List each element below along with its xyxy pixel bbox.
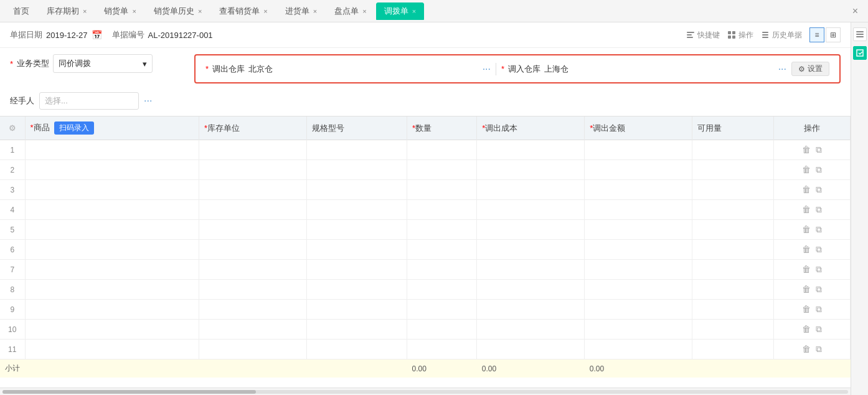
row-product-10[interactable] [25,320,199,340]
row-unit-5[interactable] [199,220,307,240]
history-btn[interactable]: 历史单据 [761,30,802,40]
copy-icon-row-10[interactable]: ⧉ [816,324,822,334]
row-product-11[interactable] [25,340,199,359]
row-qty-11[interactable] [407,340,477,359]
row-unit-8[interactable] [199,280,307,300]
row-cost-3[interactable] [477,180,585,200]
row-amount-9[interactable] [585,300,692,320]
row-spec-9[interactable] [306,300,407,320]
delete-icon-row-1[interactable]: 🗑 [802,145,811,155]
tab-inventory-check[interactable]: 盘点单 × [326,2,374,20]
row-unit-10[interactable] [199,320,307,340]
row-qty-6[interactable] [407,240,477,260]
tab-view-sales[interactable]: 查看销货单 × [211,2,275,20]
close-all-tabs[interactable]: × [847,6,863,17]
row-cost-6[interactable] [477,240,585,260]
close-tab-purchase[interactable]: × [313,7,317,15]
row-amount-6[interactable] [585,240,692,260]
copy-icon-row-5[interactable]: ⧉ [816,224,822,234]
row-amount-7[interactable] [585,260,692,280]
row-spec-10[interactable] [306,320,407,340]
delete-icon-row-7[interactable]: 🗑 [802,264,811,274]
warehouse-out-more[interactable]: ··· [483,64,491,75]
row-qty-4[interactable] [407,200,477,220]
row-spec-4[interactable] [306,200,407,220]
copy-icon-row-1[interactable]: ⧉ [816,145,822,155]
close-tab-transfer[interactable]: × [412,7,416,15]
tab-sales-order[interactable]: 销货单 × [96,2,144,20]
sidebar-export-icon[interactable] [853,46,867,60]
row-cost-5[interactable] [477,220,585,240]
row-qty-10[interactable] [407,320,477,340]
row-cost-9[interactable] [477,300,585,320]
row-amount-8[interactable] [585,280,692,300]
row-unit-2[interactable] [199,160,307,180]
row-product-5[interactable] [25,220,199,240]
row-amount-10[interactable] [585,320,692,340]
delete-icon-row-3[interactable]: 🗑 [802,184,811,194]
row-cost-7[interactable] [477,260,585,280]
tab-inventory-init[interactable]: 库存期初 × [39,2,95,20]
list-view-btn[interactable]: ≡ [809,27,824,42]
row-unit-1[interactable] [199,140,307,160]
row-cost-4[interactable] [477,200,585,220]
copy-icon-row-8[interactable]: ⧉ [816,284,822,294]
row-qty-8[interactable] [407,280,477,300]
delete-icon-row-9[interactable]: 🗑 [802,304,811,314]
row-qty-3[interactable] [407,180,477,200]
row-spec-6[interactable] [306,240,407,260]
row-amount-11[interactable] [585,340,692,359]
operation-btn[interactable]: 操作 [727,30,753,40]
row-unit-7[interactable] [199,260,307,280]
tab-transfer[interactable]: 调拨单 × [376,2,424,20]
delete-icon-row-8[interactable]: 🗑 [802,284,811,294]
copy-icon-row-4[interactable]: ⧉ [816,204,822,214]
grid-view-btn[interactable]: ⊞ [826,27,841,42]
row-unit-11[interactable] [199,340,307,359]
handler-selector[interactable]: 选择... [39,92,139,110]
row-unit-9[interactable] [199,300,307,320]
row-amount-2[interactable] [585,160,692,180]
tab-purchase[interactable]: 进货单 × [277,2,325,20]
close-tab-view-sales[interactable]: × [263,7,267,15]
delete-icon-row-2[interactable]: 🗑 [802,164,811,174]
row-unit-3[interactable] [199,180,307,200]
row-product-1[interactable] [25,140,199,160]
business-type-dropdown[interactable]: 同价调拨 ▾ [53,54,153,73]
row-amount-1[interactable] [585,140,692,160]
sidebar-list-icon[interactable] [853,27,867,41]
row-cost-8[interactable] [477,280,585,300]
close-tab-inventory-check[interactable]: × [362,7,366,15]
copy-icon-row-2[interactable]: ⧉ [816,164,822,174]
row-cost-10[interactable] [477,320,585,340]
row-qty-2[interactable] [407,160,477,180]
th-gear[interactable]: ⚙ [0,117,25,140]
close-tab-inventory-init[interactable]: × [83,7,87,15]
delete-icon-row-4[interactable]: 🗑 [802,204,811,214]
close-tab-sales-history[interactable]: × [198,7,202,15]
row-unit-6[interactable] [199,240,307,260]
row-product-4[interactable] [25,200,199,220]
row-spec-7[interactable] [306,260,407,280]
scrollbar[interactable] [0,388,851,395]
row-cost-1[interactable] [477,140,585,160]
row-qty-9[interactable] [407,300,477,320]
row-qty-7[interactable] [407,260,477,280]
row-spec-3[interactable] [306,180,407,200]
row-cost-11[interactable] [477,340,585,359]
close-tab-sales-order[interactable]: × [132,7,136,15]
tab-sales-history[interactable]: 销货单历史 × [146,2,210,20]
delete-icon-row-6[interactable]: 🗑 [802,244,811,254]
row-spec-5[interactable] [306,220,407,240]
shortcut-btn[interactable]: 快捷键 [686,30,720,40]
row-product-6[interactable] [25,240,199,260]
scan-button[interactable]: 扫码录入 [54,121,94,135]
copy-icon-row-11[interactable]: ⧉ [816,344,822,354]
handler-more[interactable]: ··· [144,95,152,107]
row-amount-5[interactable] [585,220,692,240]
copy-icon-row-7[interactable]: ⧉ [816,264,822,274]
delete-icon-row-11[interactable]: 🗑 [802,344,811,354]
row-spec-1[interactable] [306,140,407,160]
row-spec-2[interactable] [306,160,407,180]
row-amount-4[interactable] [585,200,692,220]
